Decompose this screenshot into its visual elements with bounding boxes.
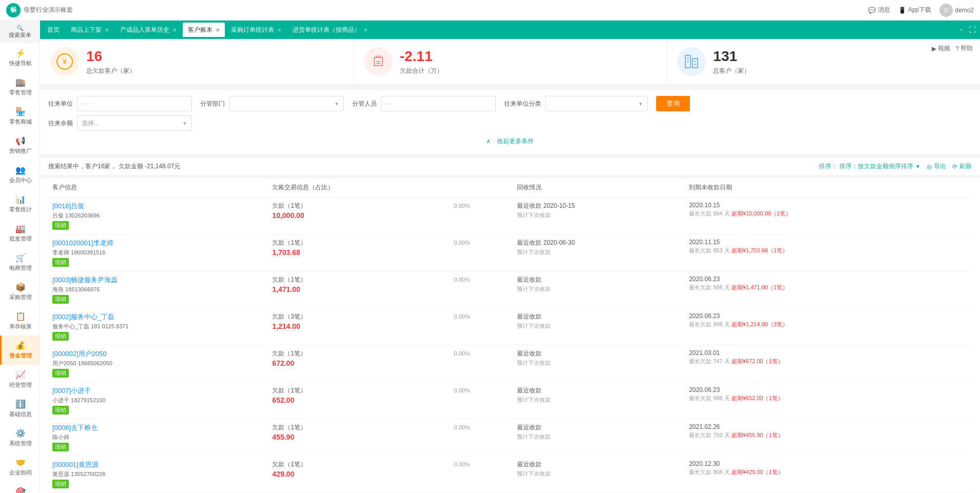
cell-ratio-5: 0.00% — [450, 382, 513, 419]
debt-amount-3[interactable]: 1,214.00 — [272, 322, 446, 330]
cell-customer-7: [000001]黄思源 黄思源 13552700226 现销 — [48, 456, 268, 493]
sidebar-item-retail-management[interactable]: 🏬 零售管理 — [0, 72, 40, 102]
tab-purchase-stats-by-product[interactable]: 进货单统计表（按商品） ✕ — [287, 23, 373, 37]
tab-close-product-listing[interactable]: ✕ — [105, 27, 109, 33]
overdue-link-1[interactable]: 超期¥1,703.68（1笔） — [732, 247, 788, 253]
tab-minimize-icon[interactable]: － — [957, 25, 965, 34]
result-bar: 搜索结果中，客户16家， 欠款金额 -21,148.07元 排序： 排序：按欠款… — [40, 158, 980, 175]
customer-name-1[interactable]: [0001020001]李老师 — [52, 239, 264, 248]
sidebar-item-retail-stats[interactable]: 📊 零售统计 — [0, 189, 40, 219]
layout: 🔍 搜索菜单 ⚡ 快捷导航 🏬 零售管理 🏪 零售商城 📢 营销推广 👥 会员中… — [0, 21, 980, 493]
sidebar-item-wholesale[interactable]: 🏭 批发管理 — [0, 219, 40, 248]
overdue-link-6[interactable]: 超期¥455.90（1笔） — [732, 432, 783, 438]
customer-name-2[interactable]: [0003]畅捷服务尹海蕊 — [52, 275, 264, 285]
tab-close-finished-goods[interactable]: ✕ — [172, 27, 177, 33]
debt-ratio-6: 0.00% — [454, 424, 509, 430]
unit-category-select[interactable]: ▼ — [545, 96, 648, 111]
export-icon: ◎ — [927, 163, 932, 170]
table-row: [0006]去下粮仓 陈小帅 现销 欠款（1笔） 455.90 0.00% — [48, 419, 972, 456]
overdue-link-7[interactable]: 超期¥429.00（1笔） — [732, 469, 783, 475]
customer-name-3[interactable]: [0002]服务中心_丁磊 — [52, 312, 264, 322]
sidebar-item-basic-info[interactable]: ℹ️ 基础信息 — [0, 394, 40, 423]
tab-close-purchase-order-stats[interactable]: ✕ — [277, 27, 281, 33]
overdue-link-5[interactable]: 超期¥652.00（1笔） — [732, 395, 783, 401]
sidebar-item-enterprise-collab[interactable]: 🤝 企业协同 — [0, 452, 40, 482]
debt-amount-7[interactable]: 429.00 — [272, 470, 446, 478]
sidebar-item-newbie-guide[interactable]: 🎯 新手引导 — [0, 482, 40, 493]
main-content: 首页 商品上下架 ✕ 产成品入库单历史 ✕ 客户账本 ✕ 采购订单统计表 ✕ 进… — [40, 21, 980, 493]
cell-customer-3: [0002]服务中心_丁磊 服务中心_丁磊 181 0125 8371 现销 — [48, 308, 268, 345]
app-download-btn[interactable]: 📱 App下载 — [898, 6, 931, 14]
sidebar-item-finance[interactable]: 💰 资金管理 — [0, 336, 40, 365]
cell-return-1: 最近收款 2020-06-30 预计下次收款 — [513, 234, 685, 271]
cell-due-5: 2020.06.23 最长欠款 998 天 超期¥652.00（1笔） — [685, 382, 972, 419]
overdue-link-2[interactable]: 超期¥1,471.00（1笔） — [732, 284, 788, 290]
balance-label: 往来余额 — [48, 119, 73, 128]
help-btn[interactable]: ? 帮助 — [955, 44, 973, 53]
overdue-link-4[interactable]: 超期¥672.00（1笔） — [732, 358, 783, 364]
debt-ratio-7: 0.00% — [454, 461, 509, 467]
sort-button[interactable]: 排序： 排序：按欠款金额倒序排序 ▼ — [819, 162, 920, 171]
customer-name-7[interactable]: [000001]黄思源 — [52, 460, 264, 469]
col-header-customer-info: 客户信息 — [48, 178, 268, 198]
search-menu-area[interactable]: 🔍 搜索菜单 — [0, 21, 40, 43]
debt-amount-0[interactable]: 10,000.00 — [272, 211, 446, 220]
tab-purchase-order-stats[interactable]: 采购订单统计表 ✕ — [226, 23, 286, 37]
export-button[interactable]: ◎ 导出 — [927, 162, 946, 171]
overdue-link-3[interactable]: 超期¥1,214.00（3笔） — [732, 321, 788, 327]
summary-cards: ¥ 16 总欠款客户（家） — [40, 39, 980, 85]
tab-bar-right: － ⛶ — [957, 25, 978, 34]
dept-chevron-icon: ▼ — [334, 101, 339, 107]
card-help-btns: ▶ 视频 ? 帮助 — [932, 44, 973, 53]
debt-amount-6[interactable]: 455.90 — [272, 433, 446, 441]
filter-dept: 分管部门 ▼ — [200, 96, 344, 111]
tab-close-purchase-stats-by-product[interactable]: ✕ — [363, 27, 368, 33]
customer-name-6[interactable]: [0006]去下粮仓 — [52, 423, 264, 432]
sidebar-item-operations[interactable]: 📈 经营管理 — [0, 365, 40, 394]
tab-maximize-icon[interactable]: ⛶ — [969, 26, 976, 34]
tab-product-listing[interactable]: 商品上下架 ✕ — [66, 23, 114, 37]
sidebar-item-retail-mall[interactable]: 🏪 零售商城 — [0, 102, 40, 131]
refresh-button[interactable]: ⟳ 刷新 — [952, 162, 972, 171]
debt-customers-icon: ¥ — [50, 47, 79, 76]
col-header-ratio — [450, 178, 513, 198]
tab-close-customer-ledger[interactable]: ✕ — [216, 27, 220, 33]
customer-name-0[interactable]: [0016]吕俊 — [52, 202, 264, 211]
tab-bar: 首页 商品上下架 ✕ 产成品入库单历史 ✕ 客户账本 ✕ 采购订单统计表 ✕ 进… — [40, 21, 980, 39]
customer-phone-5: 小进干 18279152100 — [52, 397, 264, 404]
overdue-link-0[interactable]: 超期¥10,000.00（1笔） — [732, 210, 791, 216]
customer-name-4[interactable]: [000002]用户2050 — [52, 349, 264, 359]
sidebar-item-member[interactable]: 👥 会员中心 — [0, 160, 40, 189]
cell-due-3: 2020.06.23 最长欠款 998 天 超期¥1,214.00（3笔） — [685, 308, 972, 345]
debt-amount-4[interactable]: 672.00 — [272, 359, 446, 367]
data-table-wrap: 客户信息 欠账交易信息（占比） 回收情况 到期未收款日期 [0016]吕俊 — [40, 178, 980, 493]
debt-amount-1[interactable]: 1,703.68 — [272, 248, 446, 257]
search-button[interactable]: 查询 — [656, 96, 690, 111]
balance-select[interactable]: 选择... ▼ — [77, 115, 192, 131]
tab-finished-goods[interactable]: 产成品入库单历史 ✕ — [115, 23, 182, 37]
sidebar-item-quick-nav[interactable]: ⚡ 快捷导航 — [0, 43, 40, 72]
sidebar-item-inventory[interactable]: 📋 库存核算 — [0, 306, 40, 336]
customer-name-5[interactable]: [0007]小进干 — [52, 386, 264, 396]
from-unit-input[interactable]: ··· — [77, 96, 192, 111]
debt-ratio-5: 0.00% — [454, 387, 509, 393]
message-btn[interactable]: 💬 消息 — [868, 6, 890, 14]
table-header: 客户信息 欠账交易信息（占比） 回收情况 到期未收款日期 — [48, 178, 972, 198]
sidebar-item-ecommerce[interactable]: 🛒 电商管理 — [0, 248, 40, 277]
debt-amount-2[interactable]: 1,471.00 — [272, 285, 446, 293]
tab-customer-ledger[interactable]: 客户账本 ✕ — [183, 23, 225, 37]
collapse-row[interactable]: ∧ 收起更多条件 — [48, 135, 972, 148]
filter-from-unit: 往来单位 ··· — [48, 96, 192, 111]
tab-home[interactable]: 首页 — [42, 23, 65, 37]
video-btn[interactable]: ▶ 视频 — [932, 44, 950, 53]
dept-select[interactable]: ▼ — [229, 96, 344, 111]
table-row: [0016]吕俊 吕俊 13026203696 现销 欠款（1笔） 10,000… — [48, 198, 972, 234]
sidebar-item-purchase[interactable]: 📦 采购管理 — [0, 277, 40, 306]
debt-amount-5[interactable]: 652.00 — [272, 396, 446, 404]
sidebar-item-system[interactable]: ⚙️ 系统管理 — [0, 423, 40, 452]
return-date-3: 最近收款 — [517, 312, 681, 321]
user-area[interactable]: D demo2 — [939, 4, 974, 17]
manager-input[interactable]: ··· — [381, 96, 496, 111]
customer-phone-3: 服务中心_丁磊 181 0125 8371 — [52, 323, 264, 330]
sidebar-item-marketing[interactable]: 📢 营销推广 — [0, 131, 40, 160]
